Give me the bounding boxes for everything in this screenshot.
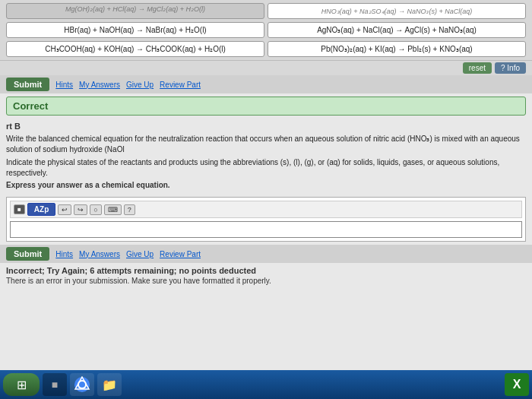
part-b-give-up-link[interactable]: Give Up (126, 250, 154, 258)
controls-bar: reset ? Info (0, 61, 532, 75)
part-a-hints-link[interactable]: Hints (55, 81, 73, 89)
circle-icon: ○ (93, 206, 97, 214)
part-a-feedback-text: Correct (13, 100, 48, 112)
start-icon: ⊞ (17, 378, 27, 392)
toolbar-help-button[interactable]: ? (124, 204, 135, 215)
part-b-feedback-text: There is an error in your submission. Ma… (6, 277, 526, 285)
eq-top-right-text: HNO₃(aq) + Na₂SO₄(aq) → NaNO₃(s) + NaCl(… (321, 8, 473, 15)
part-b-submit-button[interactable]: Submit (6, 247, 49, 261)
part-a-feedback: Correct (6, 97, 526, 116)
answer-toolbar: ■ AZp ↩ ↪ ○ ⌨ ? (10, 201, 522, 218)
equations-top: Mg(OH)₂(aq) + HCl(aq) → MgCl₂(aq) + H₂O(… (0, 0, 532, 61)
part-b-links: Hints My Answers Give Up Review Part (55, 250, 201, 258)
eq-row2-right-text: AgNO₃(aq) + NaCl(aq) → AgCl(s) + NaNO₃(a… (317, 26, 477, 34)
eq-row3-left-text: CH₃COOH(aq) + KOH(aq) → CH₃COOK(aq) + H₂… (45, 45, 226, 53)
screen: Mg(OH)₂(aq) + HCl(aq) → MgCl₂(aq) + H₂O(… (0, 0, 532, 399)
part-b-review-part-link[interactable]: Review Part (160, 250, 201, 258)
svg-point-2 (79, 382, 85, 388)
taskbar-folder-btn[interactable]: 📁 (97, 373, 122, 396)
info-button[interactable]: ? Info (495, 62, 526, 74)
toolbar-circle-button[interactable]: ○ (90, 204, 101, 215)
keyboard-icon: ⌨ (108, 206, 118, 214)
toolbar-azp-button[interactable]: AZp (27, 203, 55, 216)
part-b-title: rt B (6, 122, 526, 131)
reset-button[interactable]: reset (463, 62, 492, 74)
folder-icon: 📁 (102, 378, 117, 392)
eq-row2-left: HBr(aq) + NaOH(aq) → NaBr(aq) + H₂O(l) (6, 22, 264, 38)
taskbar: ⊞ ■ 📁 X (0, 370, 532, 399)
part-b-section: rt B Write the balanced chemical equatio… (0, 119, 532, 197)
part-a-links: Hints My Answers Give Up Review Part (55, 81, 201, 89)
eq-row3-right-text: Pb(NO₃)₂(aq) + KI(aq) → PbI₂(s) + KNO₃(a… (321, 45, 472, 53)
eq-row2-right: AgNO₃(aq) + NaCl(aq) → AgCl(s) + NaNO₃(a… (268, 22, 526, 38)
part-b-express-label: Express your answer as a chemical equati… (6, 181, 526, 189)
part-b-my-answers-link[interactable]: My Answers (79, 250, 120, 258)
part-a-submit-bar: Submit Hints My Answers Give Up Review P… (0, 75, 532, 93)
taskbar-icon-1: ■ (52, 378, 58, 391)
part-b-instruction: Write the balanced chemical equation for… (6, 134, 526, 155)
taskbar-chrome-btn[interactable] (70, 373, 94, 396)
undo-icon: ↩ (62, 206, 68, 214)
eq-row3-left: CH₃COOH(aq) + KOH(aq) → CH₃COOK(aq) + H₂… (6, 41, 264, 57)
eq-row2-left-text: HBr(aq) + NaOH(aq) → NaBr(aq) + H₂O(l) (64, 26, 206, 34)
chrome-icon (74, 376, 90, 393)
part-a-give-up-link[interactable]: Give Up (126, 81, 154, 89)
part-b-hints-link[interactable]: Hints (55, 250, 73, 258)
start-button[interactable]: ⊞ (3, 373, 40, 396)
part-a-my-answers-link[interactable]: My Answers (79, 81, 120, 89)
redo-icon: ↪ (78, 206, 84, 214)
eq-top-left-text: Mg(OH)₂(aq) + HCl(aq) → MgCl₂(aq) + H₂O(… (65, 5, 205, 13)
part-a-review-part-link[interactable]: Review Part (160, 81, 201, 89)
eq-row3-right: Pb(NO₃)₂(aq) + KI(aq) → PbI₂(s) + KNO₃(a… (268, 41, 526, 57)
toolbar-undo-button[interactable]: ↩ (58, 204, 71, 215)
taskbar-excel-btn[interactable]: X (505, 373, 529, 396)
toolbar-small-btn-1[interactable]: ■ (14, 204, 25, 214)
browser-content: Mg(OH)₂(aq) + HCl(aq) → MgCl₂(aq) + H₂O(… (0, 0, 532, 370)
excel-icon: X (513, 378, 521, 391)
answer-input-field[interactable] (10, 221, 522, 238)
part-a-submit-button[interactable]: Submit (6, 78, 49, 91)
help-icon: ? (128, 206, 131, 214)
eq-top-left-faded: Mg(OH)₂(aq) + HCl(aq) → MgCl₂(aq) + H₂O(… (6, 3, 264, 19)
toolbar-redo-button[interactable]: ↪ (74, 204, 87, 215)
eq-top-right-faded: HNO₃(aq) + Na₂SO₄(aq) → NaNO₃(s) + NaCl(… (268, 3, 526, 19)
toolbar-keyboard-button[interactable]: ⌨ (104, 204, 122, 215)
part-b-submit-bar: Submit Hints My Answers Give Up Review P… (0, 245, 532, 263)
taskbar-btn-1[interactable]: ■ (43, 373, 67, 396)
part-b-feedback-title: Incorrect; Try Again; 6 attempts remaini… (6, 266, 526, 275)
part-b-feedback: Incorrect; Try Again; 6 attempts remaini… (0, 263, 532, 288)
part-b-instruction2: Indicate the physical states of the reac… (6, 157, 526, 179)
answer-area: ■ AZp ↩ ↪ ○ ⌨ ? (6, 197, 526, 242)
